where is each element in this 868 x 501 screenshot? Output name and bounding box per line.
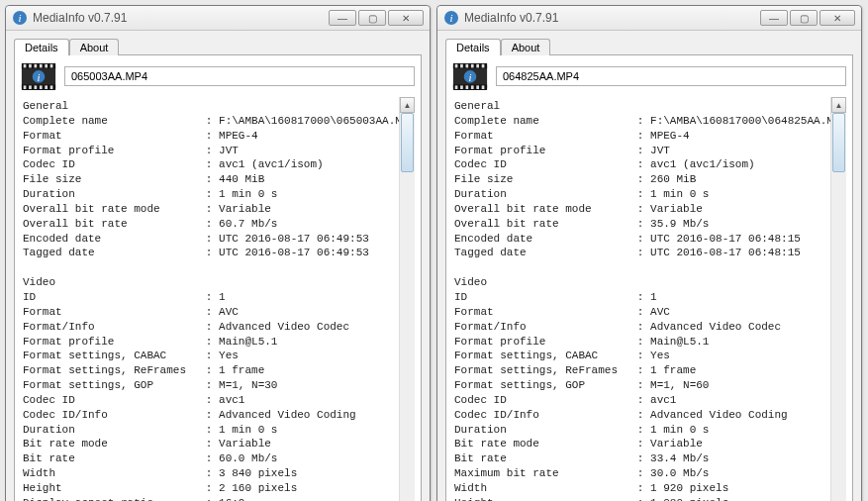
minimize-button[interactable]: — (760, 10, 788, 26)
filename-field[interactable]: 064825AA.MP4 (496, 66, 846, 86)
svg-text:i: i (38, 70, 41, 82)
window-title: MediaInfo v0.7.91 (464, 11, 760, 25)
mediainfo-window: i MediaInfo v0.7.91 — ▢ ✕ Details About … (5, 5, 431, 501)
svg-rect-30 (455, 85, 458, 89)
svg-rect-34 (476, 85, 479, 89)
svg-rect-14 (40, 85, 43, 89)
close-button[interactable]: ✕ (820, 10, 855, 26)
svg-rect-11 (24, 85, 27, 89)
svg-rect-9 (45, 63, 48, 67)
mediainfo-window: i MediaInfo v0.7.91 — ▢ ✕ Details About … (436, 5, 862, 501)
details-panel: i 064825AA.MP4 General Complete name : F… (445, 54, 853, 501)
window-controls: — ▢ ✕ (760, 10, 855, 26)
svg-rect-31 (460, 85, 463, 89)
filename-field[interactable]: 065003AA.MP4 (64, 66, 415, 86)
svg-rect-25 (460, 63, 463, 67)
film-icon: i (452, 61, 488, 91)
svg-rect-5 (24, 63, 27, 67)
tab-details[interactable]: Details (445, 39, 501, 55)
svg-rect-8 (40, 63, 43, 67)
app-icon: i (443, 10, 459, 26)
svg-rect-13 (35, 85, 38, 89)
tab-about[interactable]: About (501, 39, 551, 55)
svg-text:i: i (449, 12, 452, 24)
svg-rect-32 (466, 85, 469, 89)
window-title: MediaInfo v0.7.91 (33, 11, 329, 25)
tab-about[interactable]: About (69, 39, 120, 55)
film-icon: i (21, 61, 56, 91)
scroll-track[interactable] (831, 113, 846, 501)
titlebar[interactable]: i MediaInfo v0.7.91 — ▢ ✕ (437, 6, 861, 31)
svg-rect-12 (29, 85, 32, 89)
window-controls: — ▢ ✕ (329, 10, 424, 26)
svg-rect-10 (50, 63, 53, 67)
scroll-track[interactable] (400, 113, 415, 501)
svg-rect-29 (482, 63, 485, 67)
svg-rect-26 (466, 63, 469, 67)
svg-rect-24 (455, 63, 458, 67)
scroll-up-button[interactable]: ▲ (831, 97, 846, 113)
scroll-up-button[interactable]: ▲ (400, 97, 415, 113)
maximize-button[interactable]: ▢ (790, 10, 818, 26)
info-text: General Complete name : F:\AMBA\16081700… (454, 99, 826, 501)
info-text-area[interactable]: General Complete name : F:\AMBA\16081700… (21, 97, 399, 501)
scroll-thumb[interactable] (832, 113, 845, 172)
svg-rect-16 (50, 85, 53, 89)
svg-rect-15 (45, 85, 48, 89)
info-text-area[interactable]: General Complete name : F:\AMBA\16081700… (452, 97, 830, 501)
titlebar[interactable]: i MediaInfo v0.7.91 — ▢ ✕ (6, 6, 430, 31)
scrollbar[interactable]: ▲ ▼ (830, 97, 846, 501)
app-icon: i (12, 10, 28, 26)
minimize-button[interactable]: — (329, 10, 356, 26)
svg-rect-35 (482, 85, 485, 89)
svg-text:i: i (18, 12, 21, 24)
svg-rect-6 (29, 63, 32, 67)
scroll-thumb[interactable] (401, 113, 414, 172)
svg-rect-27 (471, 63, 474, 67)
svg-rect-33 (471, 85, 474, 89)
svg-rect-28 (476, 63, 479, 67)
scrollbar[interactable]: ▲ ▼ (399, 97, 415, 501)
tab-details[interactable]: Details (14, 39, 69, 55)
svg-text:i: i (469, 70, 472, 82)
svg-rect-7 (35, 63, 38, 67)
tab-strip: Details About (445, 39, 853, 55)
close-button[interactable]: ✕ (388, 10, 424, 26)
maximize-button[interactable]: ▢ (358, 10, 386, 26)
tab-strip: Details About (14, 39, 422, 55)
info-text: General Complete name : F:\AMBA\16081700… (23, 99, 395, 501)
details-panel: i 065003AA.MP4 General Complete name : F… (14, 54, 422, 501)
